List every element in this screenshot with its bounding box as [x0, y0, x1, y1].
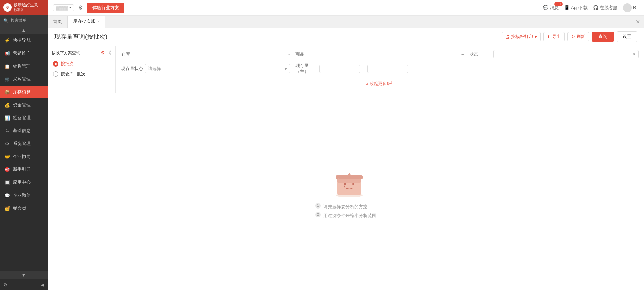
sidebar-logo: 6 [3, 3, 12, 12]
enterprise-collab-icon: 🤝 [4, 153, 10, 160]
settings-scheme-icon[interactable]: ⚙ [101, 50, 105, 56]
sidebar-footer: ⚙ ◀ [0, 279, 48, 290]
sidebar-item-label: 快捷导航 [13, 37, 31, 43]
trial-btn[interactable]: 体验行业方案 [87, 3, 124, 13]
scheme-by-batch[interactable]: 按批次 [52, 59, 111, 69]
query-btn[interactable]: 查询 [592, 32, 614, 42]
print-template-btn[interactable]: 🖨 按模板打印 ▾ [502, 32, 541, 41]
chevron-down-icon: ▾ [69, 6, 71, 10]
inventory-status-select[interactable]: 请选择 ▾ [145, 64, 290, 73]
topbar-left: ▓▓▓▓ ▾ ⚙ 体验行业方案 [53, 3, 124, 13]
scheme-panel: 按以下方案查询 + ⚙ 《 按批次 按仓库+批次 [48, 46, 116, 93]
svg-point-4 [344, 183, 346, 185]
search-menu[interactable]: 🔍 搜索菜单 [0, 15, 48, 26]
scroll-up-button[interactable]: ▲ [0, 26, 48, 34]
search-icon: 🔍 [3, 18, 9, 23]
system-icon: ⚙ [4, 141, 10, 147]
inventory-status-label: 现存量状态 [121, 66, 145, 72]
app-center-icon: 🔲 [4, 179, 10, 185]
message-badge[interactable]: 💬 消息 99+ [543, 5, 559, 11]
product-field: 商品 ··· [295, 50, 464, 58]
collapse-scheme-btn[interactable]: 《 [106, 50, 111, 56]
sidebar-item-quick-nav[interactable]: ⚡ 快捷导航 [0, 34, 48, 47]
topbar: ▓▓▓▓ ▾ ⚙ 体验行业方案 💬 消息 99+ 📱 App下载 🎧 在线客服 [48, 0, 644, 16]
warehouse-more-icon[interactable]: ··· [287, 52, 290, 57]
scheme-by-warehouse-batch[interactable]: 按仓库+批次 [52, 69, 111, 79]
sidebar-item-label: 系统管理 [13, 141, 31, 147]
status-label: 状态 [470, 51, 493, 57]
product-input[interactable] [319, 50, 461, 58]
chevron-down-icon: ▾ [535, 34, 537, 39]
topbar-gear-icon[interactable]: ⚙ [78, 4, 83, 11]
warehouse-field: 仓库 ··· [121, 50, 290, 58]
app-download-btn[interactable]: 📱 App下载 [564, 5, 588, 11]
warehouse-input[interactable] [145, 50, 287, 58]
company-select[interactable]: ▓▓▓▓ ▾ [53, 4, 74, 11]
sidebar-item-sales[interactable]: 📋 销售管理 [0, 60, 48, 73]
sidebar-item-purchase[interactable]: 🛒 采购管理 [0, 73, 48, 86]
search-label: 搜索菜单 [11, 18, 27, 23]
export-btn[interactable]: ⬆ 导出 [543, 32, 565, 41]
quantity-label: 现存量（主） [295, 62, 319, 75]
scroll-down-button[interactable]: ▼ [0, 271, 48, 279]
user-area[interactable]: Rit [623, 3, 639, 12]
status-select[interactable]: ▾ [493, 50, 639, 58]
sidebar-item-newbie[interactable]: 🎯 新手引导 [0, 163, 48, 176]
sidebar-item-label: 应用中心 [13, 179, 31, 185]
sidebar-item-enterprise-collab[interactable]: 🤝 企业协同 [0, 150, 48, 163]
sidebar-item-marketing[interactable]: 📢 营销推广 [0, 47, 48, 60]
sidebar-item-label: 采购管理 [13, 76, 31, 82]
add-scheme-icon[interactable]: + [97, 50, 99, 56]
basic-info-icon: 🗂 [4, 128, 10, 134]
sidebar-item-operations[interactable]: 📊 经营管理 [0, 111, 48, 124]
sidebar-item-label: 销售管理 [13, 63, 31, 69]
chevron-down-icon: ▾ [633, 52, 635, 57]
product-more-icon[interactable]: ··· [461, 52, 464, 57]
operations-icon: 📊 [4, 115, 10, 121]
sidebar-item-label: 新手引导 [13, 166, 31, 173]
tab-close-icon[interactable]: × [97, 19, 100, 24]
sidebar-item-label: 畅会员 [13, 205, 26, 211]
settings-btn[interactable]: 设置 [617, 31, 637, 42]
footer-settings-icon[interactable]: ⚙ [3, 282, 7, 287]
main-area: ▓▓▓▓ ▾ ⚙ 体验行业方案 💬 消息 99+ 📱 App下载 🎧 在线客服 [48, 0, 644, 290]
tab-inventory-batch[interactable]: 库存批次账 × [68, 16, 105, 28]
collapse-more-btn[interactable]: ∧ 收起更多条件 [121, 79, 639, 89]
panel-close-icon[interactable]: ✕ [635, 18, 640, 25]
avatar [623, 3, 632, 12]
message-icon: 💬 [543, 5, 548, 10]
scheme-title: 按以下方案查询 + ⚙ 《 [52, 50, 111, 56]
quantity-from-input[interactable] [319, 65, 360, 73]
sidebar-item-system[interactable]: ⚙ 系统管理 [0, 137, 48, 150]
online-service-btn[interactable]: 🎧 在线客服 [593, 5, 617, 11]
tab-home[interactable]: 首页 [48, 16, 68, 28]
sidebar-item-enterprise-wechat[interactable]: 💬 企业微信 [0, 189, 48, 202]
hint-num-2: 2 [315, 212, 321, 217]
filter-row-1: 仓库 ··· 商品 ··· 状态 ▾ [121, 50, 639, 58]
empty-state: 1 请先选择要分析的方案 2 用过滤条件来缩小分析范围 [48, 93, 644, 290]
footer-collapse-icon[interactable]: ◀ [41, 282, 44, 287]
export-label: 导出 [552, 34, 561, 40]
sidebar-item-label: 经营管理 [13, 115, 31, 121]
tab-home-label: 首页 [53, 19, 62, 25]
sidebar-item-basic-info[interactable]: 🗂 基础信息 [0, 124, 48, 137]
quantity-to-input[interactable] [367, 65, 408, 73]
sidebar: 6 畅康通好生意 标准版 🔍 搜索菜单 ▲ ⚡ 快捷导航 📢 营销推广 📋 销售… [0, 0, 48, 290]
sidebar-item-label: 营销推广 [13, 50, 31, 56]
quantity-field: 现存量（主） — [295, 62, 464, 75]
version-label: 标准版 [14, 7, 38, 12]
sidebar-item-app-center[interactable]: 🔲 应用中心 [0, 176, 48, 189]
page-header: 现存量查询(按批次) 🖨 按模板打印 ▾ ⬆ 导出 ↻ 刷新 查询 设置 [48, 28, 644, 46]
sidebar-item-label: 资金管理 [13, 102, 31, 108]
status-field: 状态 ▾ [470, 50, 639, 58]
sidebar-item-finance[interactable]: 💰 资金管理 [0, 98, 48, 111]
page-title: 现存量查询(按批次) [54, 33, 107, 41]
sidebar-item-label: 库存核算 [13, 89, 31, 95]
inventory-status-field: 现存量状态 请选择 ▾ [121, 64, 290, 73]
refresh-btn[interactable]: ↻ 刷新 [567, 32, 589, 41]
sidebar-item-inventory[interactable]: 📦 库存核算 [0, 86, 48, 98]
purchase-icon: 🛒 [4, 76, 10, 82]
enterprise-wechat-icon: 💬 [4, 192, 10, 198]
sidebar-item-vip[interactable]: 👑 畅会员 [0, 202, 48, 215]
warehouse-label: 仓库 [121, 51, 145, 57]
